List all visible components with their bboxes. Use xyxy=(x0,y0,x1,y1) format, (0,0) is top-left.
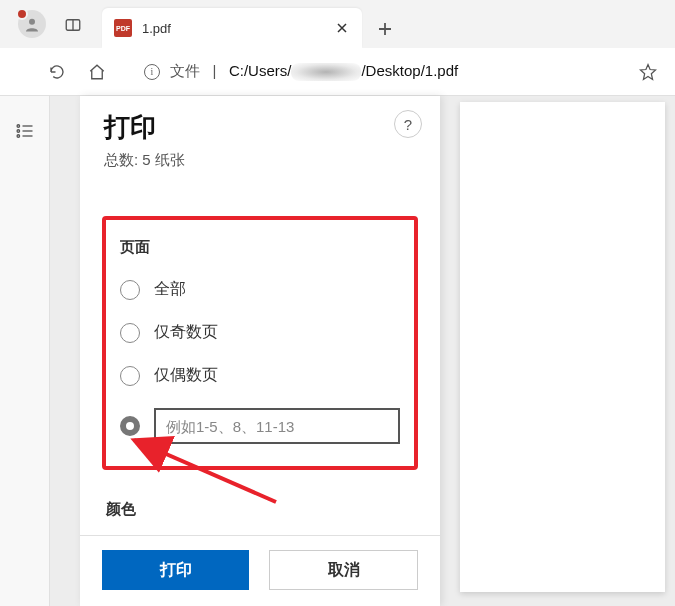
print-title: 打印 xyxy=(104,110,416,145)
refresh-button[interactable] xyxy=(40,55,74,89)
person-icon xyxy=(23,15,41,33)
url-separator: | xyxy=(204,62,225,79)
pages-all-label: 全部 xyxy=(154,279,186,300)
nav-spacer xyxy=(10,55,34,89)
pages-even-label: 仅偶数页 xyxy=(154,365,218,386)
svg-line-9 xyxy=(134,440,276,502)
split-icon xyxy=(64,16,82,34)
list-icon xyxy=(15,121,35,141)
svg-point-0 xyxy=(29,19,35,25)
print-preview-page xyxy=(460,102,665,592)
browser-tab[interactable]: PDF 1.pdf xyxy=(102,8,362,48)
print-button[interactable]: 打印 xyxy=(102,550,249,590)
pdf-icon: PDF xyxy=(114,19,132,37)
print-footer: 打印 取消 xyxy=(80,535,440,606)
pages-section-highlight: 页面 全部 仅奇数页 仅偶数页 xyxy=(102,216,418,470)
svg-point-5 xyxy=(17,130,20,133)
print-subtitle: 总数: 5 纸张 xyxy=(104,151,416,170)
pages-label: 页面 xyxy=(120,238,400,257)
radio-even[interactable] xyxy=(120,366,140,386)
pages-all-row[interactable]: 全部 xyxy=(120,279,400,300)
tab-close-button[interactable] xyxy=(334,20,350,36)
close-icon xyxy=(336,22,348,34)
url-path-a: C:/Users/ xyxy=(229,62,292,79)
radio-custom[interactable] xyxy=(120,416,140,436)
split-window-button[interactable] xyxy=(60,12,86,38)
content-area: 打印 总数: 5 纸张 ? 页面 全部 仅奇数页 仅偶数页 xyxy=(0,96,675,606)
url-redacted xyxy=(291,63,361,81)
address-field[interactable]: i 文件 | C:/Users//Desktop/1.pdf xyxy=(130,55,615,89)
print-header: 打印 总数: 5 纸张 ? xyxy=(80,96,440,188)
address-bar: i 文件 | C:/Users//Desktop/1.pdf xyxy=(0,48,675,96)
color-section-label: 颜色 xyxy=(106,500,418,519)
pages-odd-label: 仅奇数页 xyxy=(154,322,218,343)
plus-icon xyxy=(378,22,392,36)
tab-title: 1.pdf xyxy=(142,21,334,36)
svg-point-3 xyxy=(17,125,20,128)
print-body: 页面 全部 仅奇数页 仅偶数页 xyxy=(80,188,440,535)
pages-custom-row[interactable] xyxy=(120,408,400,444)
outline-button[interactable] xyxy=(8,114,42,148)
help-button[interactable]: ? xyxy=(394,110,422,138)
pdf-toolbar xyxy=(0,96,50,606)
profile-button[interactable] xyxy=(18,10,46,38)
browser-tabstrip: PDF 1.pdf xyxy=(0,0,675,48)
pages-even-row[interactable]: 仅偶数页 xyxy=(120,365,400,386)
url-scheme: 文件 xyxy=(170,62,200,79)
home-button[interactable] xyxy=(80,55,114,89)
refresh-icon xyxy=(48,63,66,81)
cancel-button[interactable]: 取消 xyxy=(269,550,418,590)
home-icon xyxy=(88,63,106,81)
pages-custom-input[interactable] xyxy=(154,408,400,444)
radio-odd[interactable] xyxy=(120,323,140,343)
site-info-icon[interactable]: i xyxy=(144,64,160,80)
print-dialog: 打印 总数: 5 纸张 ? 页面 全部 仅奇数页 仅偶数页 xyxy=(80,96,440,606)
url-path-b: /Desktop/1.pdf xyxy=(361,62,458,79)
new-tab-button[interactable] xyxy=(370,14,400,44)
star-icon xyxy=(638,62,658,82)
radio-all[interactable] xyxy=(120,280,140,300)
svg-point-7 xyxy=(17,135,20,138)
favorite-button[interactable] xyxy=(631,55,665,89)
pages-odd-row[interactable]: 仅奇数页 xyxy=(120,322,400,343)
